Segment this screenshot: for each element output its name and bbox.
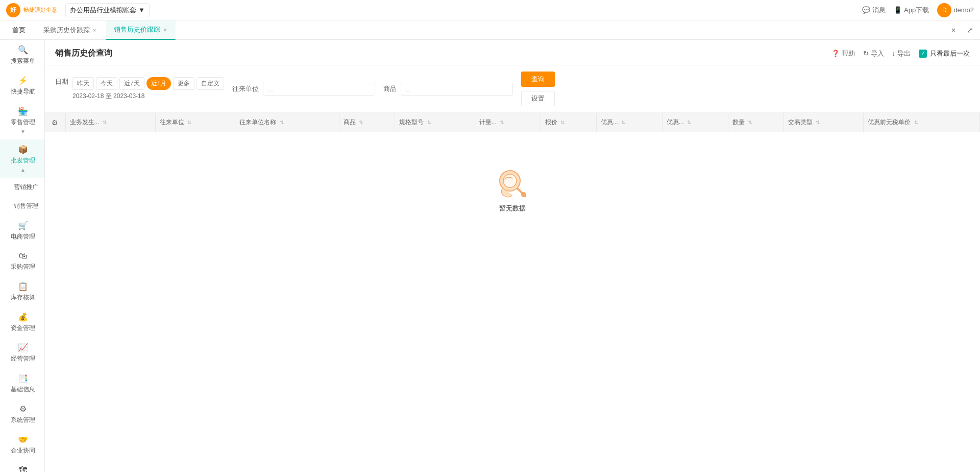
- th-goods-label: 商品: [344, 119, 356, 126]
- goods-input-value: ...: [405, 85, 411, 93]
- th-partner-name[interactable]: 往来单位名称 ⇅: [235, 113, 339, 132]
- only-last-checkbox-area[interactable]: 只看最后一次: [919, 49, 970, 58]
- date-btn-today[interactable]: 今天: [96, 77, 117, 90]
- date-btn-1month[interactable]: 近1月: [146, 77, 172, 90]
- tab-purchase-history-close[interactable]: ×: [93, 27, 96, 33]
- top-header: 好 畅捷通好生意 办公用品行业模拟账套 ▼ 💬 消息 📱 App下载 D dem…: [0, 0, 980, 20]
- tab-purchase-history[interactable]: 采购历史价跟踪 ×: [35, 20, 105, 40]
- th-discount2[interactable]: 优惠... ⇅: [662, 113, 728, 132]
- th-spec-label: 规格型号: [399, 119, 424, 126]
- export-label: 导出: [897, 49, 911, 58]
- sidebar-item-system[interactable]: ⚙ 系统管理: [0, 399, 44, 430]
- export-icon: ↓: [892, 50, 896, 57]
- tab-sales-history[interactable]: 销售历史价跟踪 ×: [106, 20, 175, 40]
- logo-area: 好 畅捷通好生意: [6, 3, 57, 17]
- th-qty[interactable]: 数量 ⇅: [728, 113, 783, 132]
- sidebar-item-wholesale[interactable]: 📦 批发管理 ▲: [0, 139, 44, 178]
- date-btn-more[interactable]: 更多: [173, 77, 194, 90]
- message-label: 消息: [872, 6, 886, 15]
- tab-bar: 首页 采购历史价跟踪 × 销售历史价跟踪 × × ⤢: [0, 20, 980, 40]
- filter-area: 日期 昨天 今天 近7天 近1月 更多 自定义 2023-02-18 至 202…: [45, 65, 980, 113]
- column-settings-icon[interactable]: ⚙: [52, 119, 58, 127]
- sidebar-item-operations[interactable]: 📈 经营管理: [0, 338, 44, 368]
- date-btn-custom[interactable]: 自定义: [197, 77, 224, 90]
- th-qty-sort: ⇅: [748, 120, 752, 125]
- help-icon: ❓: [831, 50, 840, 57]
- partner-input-value: ...: [267, 85, 273, 93]
- th-discount1[interactable]: 优惠... ⇅: [596, 113, 662, 132]
- sidebar-item-system-label: 系统管理: [11, 416, 35, 424]
- export-btn[interactable]: ↓ 导出: [892, 49, 911, 58]
- purchase-icon: 🛍: [19, 251, 27, 261]
- message-btn[interactable]: 💬 消息: [862, 6, 886, 15]
- sidebar-item-enterprise[interactable]: 🤝 企业协同: [0, 430, 44, 460]
- sidebar-item-search[interactable]: 🔍 搜索菜单: [0, 40, 44, 70]
- empty-illustration: [492, 163, 533, 204]
- tab-home[interactable]: 首页: [4, 20, 34, 40]
- query-button[interactable]: 查询: [521, 72, 555, 87]
- sidebar-item-guide[interactable]: 🗺 新手引导: [0, 460, 44, 472]
- only-last-checkbox[interactable]: [919, 50, 927, 58]
- tab-close-all-btn[interactable]: ×: [947, 24, 960, 36]
- th-biz-date[interactable]: 业务发生... ⇅: [65, 113, 155, 132]
- date-filter-group: 日期 昨天 今天 近7天 近1月 更多 自定义 2023-02-18 至 202…: [55, 77, 224, 101]
- th-trade-type[interactable]: 交易类型 ⇅: [783, 113, 864, 132]
- page-title: 销售历史价查询: [55, 48, 112, 59]
- sidebar-item-ecommerce-label: 电商管理: [11, 232, 35, 241]
- th-partner-code[interactable]: 往来单位 ⇅: [155, 113, 235, 132]
- sidebar-item-basic-info[interactable]: 📑 基础信息: [0, 368, 44, 399]
- table-area: ⚙ 业务发生... ⇅ 往来单位 ⇅ 往来单位名称: [45, 113, 980, 472]
- th-discount2-label: 优惠...: [667, 119, 684, 126]
- date-range-display: 2023-02-18 至 2023-03-18: [72, 92, 224, 101]
- tab-home-label: 首页: [12, 26, 26, 35]
- sidebar-item-retail[interactable]: 🏪 零售管理 ▼: [0, 101, 44, 139]
- svg-point-3: [521, 192, 526, 197]
- chevron-down-icon: ▼: [138, 6, 145, 14]
- sidebar-item-marketing[interactable]: 营销推广: [0, 178, 44, 197]
- help-btn[interactable]: ❓ 帮助: [831, 49, 855, 58]
- sidebar-item-shortcuts[interactable]: ⚡ 快捷导航: [0, 70, 44, 101]
- user-avatar-area[interactable]: D demo2: [937, 3, 974, 17]
- inventory-icon: 📋: [18, 281, 28, 291]
- sidebar-item-wholesale-label: 批发管理: [11, 156, 35, 165]
- partner-filter-input[interactable]: ...: [263, 83, 375, 96]
- th-partner-code-sort: ⇅: [187, 120, 191, 125]
- main-layout: 🔍 搜索菜单 ⚡ 快捷导航 🏪 零售管理 ▼ 📦 批发管理 ▲ 营销推广 销售管…: [0, 40, 980, 472]
- shortcuts-icon: ⚡: [18, 76, 28, 85]
- page-header-actions: ❓ 帮助 ↻ 导入 ↓ 导出 只看最后一次: [831, 49, 970, 58]
- sidebar-item-inventory[interactable]: 📋 库存核算: [0, 276, 44, 307]
- date-btn-yesterday[interactable]: 昨天: [72, 77, 94, 90]
- sidebar-item-finance[interactable]: 💰 资金管理: [0, 307, 44, 338]
- ecommerce-icon: 🛒: [18, 221, 28, 230]
- import-btn[interactable]: ↻ 导入: [863, 49, 884, 58]
- sidebar-item-ecommerce[interactable]: 🛒 电商管理: [0, 216, 44, 246]
- th-pretax-price[interactable]: 优惠前无税单价 ⇅: [864, 113, 980, 132]
- app-download-label: App下载: [904, 6, 929, 15]
- sidebar-item-sales-mgmt[interactable]: 销售管理: [0, 197, 44, 216]
- th-quote-label: 报价: [545, 119, 557, 126]
- th-spec[interactable]: 规格型号 ⇅: [395, 113, 475, 132]
- app-download-btn[interactable]: 📱 App下载: [894, 6, 929, 15]
- sidebar-item-basic-info-label: 基础信息: [11, 385, 35, 394]
- th-discount1-label: 优惠...: [601, 119, 618, 126]
- date-filter-label: 日期: [55, 77, 68, 86]
- tab-maximize-btn[interactable]: ⤢: [964, 24, 976, 36]
- th-unit-label: 计量...: [479, 119, 497, 126]
- th-unit[interactable]: 计量... ⇅: [475, 113, 541, 132]
- empty-text: 暂无数据: [499, 204, 526, 213]
- th-goods[interactable]: 商品 ⇅: [339, 113, 395, 132]
- th-partner-name-label: 往来单位名称: [239, 119, 276, 126]
- date-buttons: 昨天 今天 近7天 近1月 更多 自定义: [72, 77, 224, 90]
- th-pretax-price-label: 优惠前无税单价: [868, 119, 911, 126]
- th-biz-date-sort: ⇅: [103, 120, 107, 125]
- tab-sales-history-close[interactable]: ×: [163, 27, 166, 33]
- app-selector[interactable]: 办公用品行业模拟账套 ▼: [65, 3, 150, 17]
- th-gear[interactable]: ⚙: [45, 113, 65, 132]
- sidebar-item-search-label: 搜索菜单: [11, 57, 35, 65]
- date-btn-7days[interactable]: 近7天: [119, 77, 144, 90]
- goods-filter-input[interactable]: ...: [401, 83, 513, 96]
- sidebar-item-purchase[interactable]: 🛍 采购管理: [0, 246, 44, 276]
- settings-button[interactable]: 设置: [521, 91, 555, 106]
- th-quote[interactable]: 报价 ⇅: [541, 113, 596, 132]
- only-last-label: 只看最后一次: [930, 49, 970, 58]
